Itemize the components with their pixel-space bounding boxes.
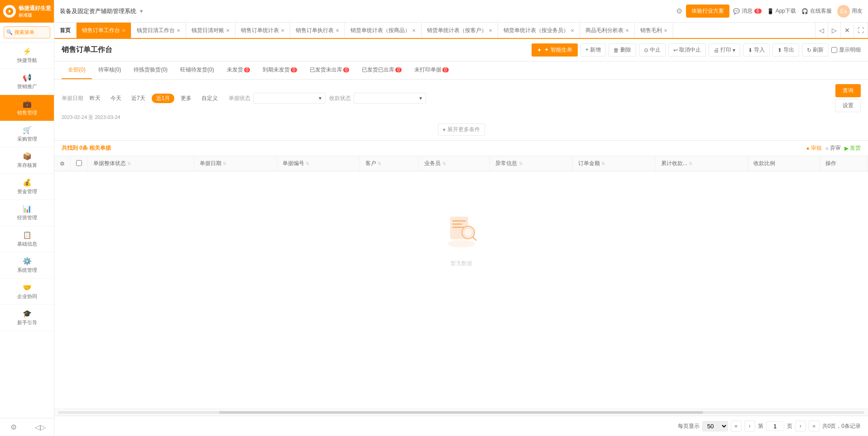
show-detail-label[interactable]: 显示明细	[831, 46, 861, 54]
operations-icon: 📊	[23, 204, 32, 213]
ship-button[interactable]: ▶ 发货	[844, 144, 861, 152]
tab-cash-reconcile-close[interactable]: ✕	[226, 28, 230, 33]
abandon-review-button[interactable]: ○ 弃审	[825, 144, 841, 152]
settings-icon[interactable]: ⚙	[676, 7, 682, 15]
sidebar-item-system[interactable]: ⚙️ 系统管理	[0, 252, 54, 279]
export-button[interactable]: ⬆ 导出	[772, 43, 799, 57]
tab-sales-stat-staff-close[interactable]: ✕	[571, 28, 574, 33]
subtab-not-printed[interactable]: 未打印单据0	[408, 62, 455, 79]
tab-next-button[interactable]: ▷	[828, 23, 841, 38]
tab-sales-stat-staff[interactable]: 销货单统计表（按业务员） ✕	[498, 23, 580, 38]
sidebar-item-basic-info[interactable]: 📋 基础信息	[0, 226, 54, 252]
sidebar-item-inventory[interactable]: 📦 库存核算	[0, 147, 54, 174]
delete-button[interactable]: 🗑 删除	[609, 43, 636, 57]
select-all-checkbox[interactable]	[76, 160, 82, 166]
sidebar-item-sales[interactable]: 💼 销售管理	[0, 95, 54, 121]
tab-sales-exec[interactable]: 销售订单执行表 ✕	[290, 23, 345, 38]
payment-select-dropdown-icon: ▾	[419, 95, 422, 101]
first-page-button[interactable]: «	[731, 421, 742, 431]
horizontal-scrollbar[interactable]	[54, 408, 868, 416]
show-detail-checkbox[interactable]	[831, 47, 837, 53]
sidebar-item-operations[interactable]: 📊 经营管理	[0, 200, 54, 226]
sidebar-item-purchase[interactable]: 🛒 采购管理	[0, 121, 54, 147]
tab-sales-workbench-close[interactable]: ✕	[122, 28, 125, 33]
app-download-button[interactable]: 📱 App下载	[767, 7, 796, 15]
subtab-not-shipped[interactable]: 未发货0	[221, 62, 257, 79]
sort-number-icon[interactable]: ⇅	[306, 161, 309, 166]
tab-product-margin-close[interactable]: ✕	[625, 28, 629, 33]
sort-customer-icon[interactable]: ⇅	[378, 161, 381, 166]
tab-prev-button[interactable]: ◁	[815, 23, 828, 38]
sidebar-item-enterprise[interactable]: 🤝 企业协同	[0, 279, 54, 305]
import-button[interactable]: ⬇ 导入	[743, 43, 770, 57]
tab-sales-stat-close[interactable]: ✕	[281, 28, 284, 33]
date-opt-more[interactable]: 更多	[177, 94, 195, 103]
date-opt-today[interactable]: 今天	[107, 94, 125, 103]
user-menu-button[interactable]: Ea 用友	[837, 5, 863, 18]
tab-sales-exec-close[interactable]: ✕	[336, 28, 339, 33]
search-menu-button[interactable]: 🔍 搜索菜单	[4, 26, 50, 38]
refresh-button[interactable]: ↻ 刷新	[802, 43, 829, 57]
tab-sales-stat-product[interactable]: 销货单统计表（按商品） ✕	[345, 23, 422, 38]
scroll-thumb[interactable]	[219, 411, 703, 414]
sidebar-item-marketing[interactable]: 📢 营销推广	[0, 69, 54, 95]
industry-solution-button[interactable]: 体验行业方案	[686, 5, 729, 18]
date-opt-custom[interactable]: 自定义	[198, 94, 221, 103]
stop-button[interactable]: ⊙ 中止	[639, 43, 666, 57]
tab-home[interactable]: 首页	[54, 23, 77, 38]
tab-close-all-button[interactable]: ✕	[841, 23, 854, 38]
status-select[interactable]: ▾	[253, 93, 326, 104]
tab-sales-stat-customer[interactable]: 销货单统计表（按客户） ✕	[422, 23, 498, 38]
th-gear[interactable]: ⚙	[54, 156, 71, 171]
sidebar-item-quick-nav[interactable]: ⚡ 快捷导航	[0, 43, 54, 69]
review-button[interactable]: ● 审核	[806, 144, 822, 152]
tab-sales-profit-close[interactable]: ✕	[664, 28, 667, 33]
payment-select[interactable]: ▾	[354, 93, 426, 104]
subtab-shipped-out[interactable]: 已发货已出库0	[355, 62, 408, 79]
cancel-stop-button[interactable]: ↩ 取消中止	[668, 43, 706, 57]
smart-generate-button[interactable]: ✦ ✦ 智能生单	[532, 43, 577, 57]
tab-sales-stat-customer-close[interactable]: ✕	[489, 28, 492, 33]
tab-sales-workbench[interactable]: 销售订单工作台 ✕	[77, 23, 131, 38]
subtab-all[interactable]: 全部(0)	[62, 62, 92, 79]
query-button[interactable]: 查询	[835, 84, 861, 97]
page-number-input[interactable]	[766, 422, 784, 431]
next-page-button[interactable]: ›	[795, 421, 806, 431]
settings-button[interactable]: 设置	[835, 99, 861, 112]
subtab-overdue-not-shipped[interactable]: 到期未发货0	[256, 62, 303, 79]
subtab-pending-inspect[interactable]: 待拣货验货(0)	[127, 62, 174, 79]
subtab-shipped-not-out[interactable]: 已发货未出库0	[303, 62, 356, 79]
sidebar-collapse-button[interactable]: ◁▷	[27, 418, 54, 436]
per-page-select[interactable]: 50 100 200	[702, 421, 728, 431]
last-page-button[interactable]: »	[809, 421, 820, 431]
online-service-button[interactable]: 🎧 在线客服	[801, 7, 832, 15]
sort-staff-icon[interactable]: ⇅	[442, 161, 446, 166]
tab-cash-reconcile[interactable]: 钱货日清对账 ✕	[186, 23, 235, 38]
tab-sales-stat[interactable]: 销售订单统计表 ✕	[235, 23, 290, 38]
date-opt-yesterday[interactable]: 昨天	[86, 94, 104, 103]
sort-collected-icon[interactable]: ⇅	[689, 161, 692, 166]
subtab-wangpu[interactable]: 旺铺待发货(0)	[174, 62, 221, 79]
tab-product-margin[interactable]: 商品毛利分析表 ✕	[580, 23, 635, 38]
sidebar-settings-button[interactable]: ⚙	[0, 418, 27, 436]
date-opt-1month[interactable]: 近1月	[152, 94, 175, 103]
sort-date-icon[interactable]: ⇅	[223, 161, 226, 166]
message-button[interactable]: 💬 消息 6	[733, 7, 762, 15]
sort-amount-icon[interactable]: ⇅	[601, 161, 605, 166]
prev-page-button[interactable]: ‹	[744, 421, 755, 431]
th-checkbox[interactable]	[71, 156, 88, 171]
date-opt-7days[interactable]: 近7天	[128, 94, 149, 103]
tab-cash-daily-close[interactable]: ✕	[177, 28, 180, 33]
subtab-pending-review[interactable]: 待审核(0)	[92, 62, 128, 79]
tab-expand-button[interactable]: ⛶	[854, 23, 868, 38]
add-button[interactable]: + 新增	[580, 43, 606, 57]
tab-cash-daily[interactable]: 钱货日清工作台 ✕	[131, 23, 186, 38]
sidebar-item-tutorial[interactable]: 🎓 新手引导	[0, 305, 54, 331]
tab-sales-stat-product-close[interactable]: ✕	[412, 28, 416, 33]
print-button[interactable]: 🖨 打印 ▾	[709, 43, 740, 57]
sidebar-item-finance[interactable]: 💰 资金管理	[0, 174, 54, 200]
sort-exception-icon[interactable]: ⇅	[519, 161, 523, 166]
sort-status-icon[interactable]: ⇅	[127, 161, 131, 166]
tab-sales-profit[interactable]: 销售毛利 ✕	[635, 23, 673, 38]
expand-filter-button[interactable]: ▾ 展开更多条件	[438, 123, 485, 136]
